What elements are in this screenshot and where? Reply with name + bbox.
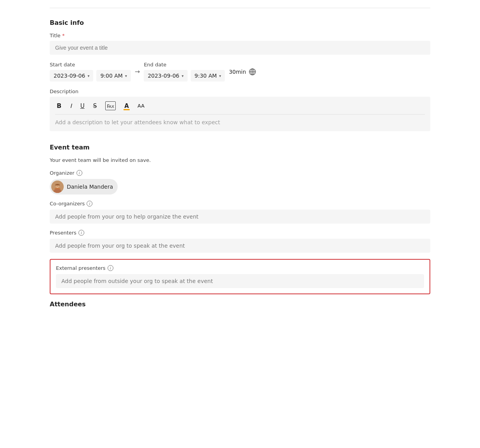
font-color-button[interactable]: A: [123, 102, 130, 110]
co-organizers-input[interactable]: [50, 210, 430, 224]
end-date-chevron-icon: ▾: [182, 74, 184, 78]
external-presenters-label: External presenters i: [56, 265, 424, 271]
end-time-picker[interactable]: 9:30 AM ▾: [191, 70, 225, 82]
end-date-selects: 2023-09-06 ▾ 9:30 AM ▾: [144, 70, 225, 82]
organizer-avatar: [51, 181, 64, 193]
end-date-value: 2023-09-06: [148, 73, 179, 79]
organizer-label: Organizer i: [50, 170, 430, 176]
basic-info-title: Basic info: [50, 19, 430, 26]
event-team-title: Event team: [50, 144, 430, 151]
organizer-chip: Daniela Mandera: [50, 179, 118, 194]
start-time-picker[interactable]: 9:00 AM ▾: [96, 70, 131, 82]
end-time-value: 9:30 AM: [195, 73, 217, 79]
end-date-picker[interactable]: 2023-09-06 ▾: [144, 70, 187, 82]
bold-button[interactable]: B: [55, 101, 63, 110]
presenters-input[interactable]: [50, 239, 430, 253]
presenters-label: Presenters i: [50, 230, 430, 236]
start-time-chevron-icon: ▾: [125, 74, 127, 78]
organizer-avatar-image: [51, 181, 64, 193]
start-date-picker[interactable]: 2023-09-06 ▾: [50, 70, 93, 82]
description-editor[interactable]: B I U S ℻ A AA Add a description to let …: [50, 97, 430, 131]
external-presenters-input[interactable]: [56, 274, 424, 288]
duration-display: 30min: [229, 68, 256, 76]
date-time-row: Start date 2023-09-06 ▾ 9:00 AM ▾ → End …: [50, 62, 430, 82]
end-date-group: End date 2023-09-06 ▾ 9:30 AM ▾: [144, 62, 225, 82]
co-organizers-info-icon[interactable]: i: [87, 201, 92, 207]
timezone-globe-icon[interactable]: [249, 68, 256, 76]
italic-button[interactable]: I: [68, 102, 73, 110]
description-label: Description: [50, 89, 430, 94]
start-date-chevron-icon: ▾: [87, 74, 89, 78]
start-date-selects: 2023-09-06 ▾ 9:00 AM ▾: [50, 70, 131, 82]
external-presenters-info-icon[interactable]: i: [108, 265, 113, 271]
formatting-toolbar: B I U S ℻ A AA: [55, 101, 425, 115]
required-indicator: *: [62, 33, 65, 38]
external-presenters-section: External presenters i: [50, 259, 430, 294]
strikethrough-button[interactable]: S: [92, 102, 99, 110]
end-date-label: End date: [144, 62, 225, 68]
underline-button[interactable]: U: [79, 102, 86, 110]
highlight-button[interactable]: ℻: [104, 101, 117, 110]
start-date-label: Start date: [50, 62, 131, 68]
presenters-info-icon[interactable]: i: [78, 230, 84, 236]
start-date-group: Start date 2023-09-06 ▾ 9:00 AM ▾: [50, 62, 131, 82]
date-arrow-icon: →: [135, 68, 140, 75]
svg-point-7: [55, 184, 60, 187]
duration-value: 30min: [229, 69, 246, 75]
start-time-value: 9:00 AM: [100, 73, 123, 79]
description-placeholder: Add a description to let your attendees …: [55, 118, 425, 127]
attendees-title: Attendees: [50, 300, 430, 308]
font-size-button[interactable]: AA: [136, 102, 146, 109]
event-team-subtitle: Your event team will be invited on save.: [50, 157, 430, 163]
top-divider: [50, 8, 430, 8]
title-label: Title *: [50, 33, 430, 38]
title-input[interactable]: [50, 41, 430, 55]
organizer-info-icon[interactable]: i: [77, 170, 82, 176]
end-time-chevron-icon: ▾: [219, 74, 221, 78]
organizer-name: Daniela Mandera: [67, 184, 113, 190]
co-organizers-label: Co-organizers i: [50, 201, 430, 207]
start-date-value: 2023-09-06: [54, 73, 85, 79]
